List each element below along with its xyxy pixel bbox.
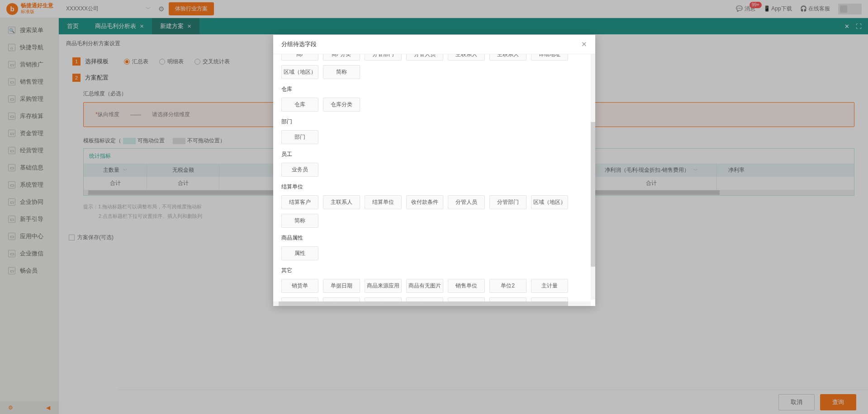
field-option[interactable]: 分管人员 bbox=[448, 195, 485, 209]
field-option[interactable]: 简称 bbox=[323, 65, 360, 79]
field-group-title: 仓库 bbox=[281, 85, 584, 93]
modal-title: 分组待选字段 bbox=[281, 40, 317, 48]
field-option[interactable]: 单位2 bbox=[489, 279, 526, 293]
field-option[interactable]: 分管人员 bbox=[406, 54, 443, 61]
field-option[interactable]: 销货单 bbox=[281, 279, 318, 293]
field-option[interactable]: 主联系人 bbox=[489, 54, 526, 61]
field-option[interactable]: 商/ bbox=[281, 54, 318, 61]
field-option[interactable]: 仓库分类 bbox=[323, 98, 360, 112]
field-option[interactable]: 结算单位 bbox=[365, 195, 402, 209]
field-option[interactable]: 主联系人 bbox=[448, 54, 485, 61]
field-option[interactable]: 主联系人 bbox=[323, 195, 360, 209]
field-option[interactable]: 简称 bbox=[281, 214, 318, 228]
field-option[interactable]: 区域（地区） bbox=[281, 65, 318, 79]
field-option[interactable]: 详细地址 bbox=[531, 54, 568, 61]
field-option[interactable]: 属性 bbox=[281, 246, 318, 260]
group-field-modal: 分组待选字段 ✕ 商/商/ 分类分管部门分管人员主联系人主联系人详细地址区域（地… bbox=[273, 35, 595, 306]
field-option[interactable]: 主计量 bbox=[531, 279, 568, 293]
field-option[interactable]: 商品有无图片 bbox=[406, 279, 443, 293]
close-icon[interactable]: ✕ bbox=[581, 40, 587, 48]
field-option[interactable]: 区域（地区） bbox=[531, 195, 568, 209]
field-group-title: 部门 bbox=[281, 118, 584, 126]
field-option[interactable]: 分管部门 bbox=[489, 195, 526, 209]
field-option[interactable]: 商/ 分类 bbox=[323, 54, 360, 61]
field-option[interactable]: 销售单位 bbox=[448, 279, 485, 293]
field-group-title: 其它 bbox=[281, 267, 584, 274]
field-option[interactable]: 分管部门 bbox=[365, 54, 402, 61]
modal-vscroll[interactable] bbox=[591, 54, 595, 300]
field-option[interactable]: 结算客户 bbox=[281, 195, 318, 209]
field-group-title: 结算单位 bbox=[281, 183, 584, 191]
field-option[interactable]: 仓库 bbox=[281, 98, 318, 112]
field-option[interactable]: 单据日期 bbox=[323, 279, 360, 293]
field-option[interactable]: 收付款条件 bbox=[406, 195, 443, 209]
field-option[interactable]: 部门 bbox=[281, 130, 318, 144]
field-group-title: 员工 bbox=[281, 151, 584, 158]
field-option[interactable]: 业务员 bbox=[281, 163, 318, 177]
field-option[interactable]: 商品来源应用 bbox=[365, 279, 402, 293]
modal-hscroll[interactable] bbox=[273, 301, 591, 306]
field-group-title: 商品属性 bbox=[281, 234, 584, 242]
